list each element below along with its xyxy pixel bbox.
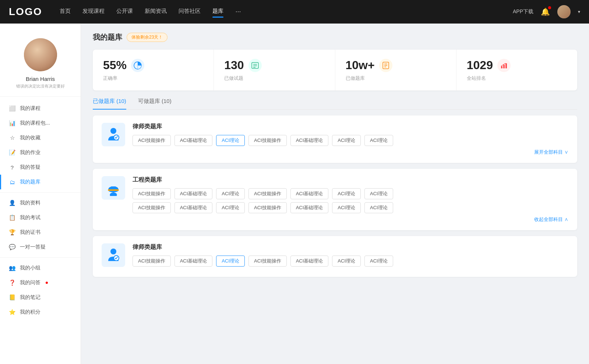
my-exams-icon: 📋 [9,214,15,221]
tag-lawyer-1-2[interactable]: ACI理论 [216,135,245,146]
lawyer-icon-2 [105,247,121,263]
stat-accuracy-value: 55% [103,58,127,72]
nav-discover[interactable]: 发现课程 [82,8,105,16]
my-packages-icon: 📊 [9,120,15,126]
sidebar-label-one-on-one: 一对一答疑 [20,244,46,250]
avatar [24,38,57,71]
sidebar-item-my-profile[interactable]: 👤 我的资料 [0,196,81,210]
category-header-lawyer-1: 律师类题库 ACI技能操作 ACI基础理论 ACI理论 ACI技能操作 ACI基… [102,123,568,156]
tab-available[interactable]: 可做题库 (10) [138,98,172,109]
svg-rect-11 [505,63,507,68]
stat-site-rank-top: 1029 [467,58,567,72]
my-points-icon: ⭐ [9,309,15,315]
tag-lawyer-1-6[interactable]: ACI理论 [364,135,393,146]
tag-engineer-1-r2-5[interactable]: ACI理论 [332,202,361,213]
stat-done-questions-top: 130 [224,58,324,72]
nav-open-course[interactable]: 公开课 [116,8,133,16]
qa-dot [46,282,48,284]
tag-lawyer-1-0[interactable]: ACI技能操作 [133,135,171,146]
tag-lawyer-2-0[interactable]: ACI技能操作 [133,256,171,267]
page-title: 我的题库 [93,32,122,42]
tag-engineer-1-r1-4[interactable]: ACI基础理论 [290,188,329,199]
sidebar: Brian Harris 错误的决定比没有决定要好 ⬜ 我的课程 📊 我的课程包… [0,24,81,364]
tag-engineer-1-r2-1[interactable]: ACI基础理论 [174,202,213,213]
tag-engineer-1-r2-4[interactable]: ACI基础理论 [290,202,329,213]
nav-home[interactable]: 首页 [60,8,71,16]
sidebar-item-my-certificate[interactable]: 🏆 我的证书 [0,225,81,240]
tag-engineer-1-r1-5[interactable]: ACI理论 [332,188,361,199]
sidebar-label-my-points: 我的积分 [20,309,40,315]
sidebar-divider-1 [0,192,81,193]
profile-motto: 错误的决定比没有决定要好 [16,83,65,89]
tag-lawyer-2-1[interactable]: ACI基础理论 [174,256,213,267]
sidebar-menu: ⬜ 我的课程 📊 我的课程包... ☆ 我的收藏 📝 我的作业 ? 我的答疑 🗂 [0,97,81,324]
tag-lawyer-2-4[interactable]: ACI基础理论 [290,256,329,267]
svg-rect-9 [501,66,502,68]
tag-lawyer-2-3[interactable]: ACI技能操作 [248,256,287,267]
nav-question-bank[interactable]: 题库 [212,8,223,16]
sidebar-item-my-points[interactable]: ⭐ 我的积分 [0,305,81,320]
tag-lawyer-1-1[interactable]: ACI基础理论 [174,135,213,146]
category-card-lawyer-1: 律师类题库 ACI技能操作 ACI基础理论 ACI理论 ACI技能操作 ACI基… [93,115,577,163]
tag-lawyer-1-5[interactable]: ACI理论 [332,135,361,146]
sidebar-item-my-favorites[interactable]: ☆ 我的收藏 [0,131,81,145]
tag-engineer-1-r2-2[interactable]: ACI理论 [216,202,245,213]
tabs-row: 已做题库 (10) 可做题库 (10) [93,98,577,110]
tag-engineer-1-r2-3[interactable]: ACI技能操作 [248,202,287,213]
tag-engineer-1-r2-0[interactable]: ACI技能操作 [133,202,171,213]
tab-done[interactable]: 已做题库 (10) [93,98,126,109]
stat-accuracy-icon [131,59,144,72]
my-certificate-icon: 🏆 [9,229,15,236]
sidebar-item-my-questions[interactable]: ? 我的答疑 [0,160,81,175]
sidebar-item-my-homework[interactable]: 📝 我的作业 [0,145,81,160]
collapse-link-engineer-1[interactable]: 收起全部科目 ∧ [133,216,568,223]
tag-lawyer-2-2[interactable]: ACI理论 [216,256,245,267]
svg-point-12 [110,128,116,134]
sidebar-item-my-packages[interactable]: 📊 我的课程包... [0,116,81,131]
sidebar-item-my-group[interactable]: 👥 我的小组 [0,261,81,275]
nav-links: 首页 发现课程 公开课 新闻资讯 问答社区 题库 ··· [60,8,513,16]
tag-engineer-1-r2-6[interactable]: ACI理论 [364,202,393,213]
expand-link-lawyer-1[interactable]: 展开全部科目 ∨ [133,149,568,156]
nav-more[interactable]: ··· [235,8,241,16]
sidebar-item-my-courses[interactable]: ⬜ 我的课程 [0,101,81,116]
sidebar-item-my-exams[interactable]: 📋 我的考试 [0,210,81,225]
my-profile-icon: 👤 [9,200,15,206]
user-dropdown-icon[interactable]: ▾ [578,9,580,14]
svg-rect-16 [111,186,116,188]
tag-engineer-1-r1-1[interactable]: ACI基础理论 [174,188,213,199]
category-icon-wrap-lawyer-2 [102,243,125,267]
sidebar-item-my-qa[interactable]: ❓ 我的问答 [0,275,81,290]
avatar[interactable] [557,5,571,18]
sidebar-item-my-question-bank[interactable]: 🗂 我的题库 [0,175,81,189]
sidebar-label-my-questions: 我的答疑 [20,164,40,171]
tag-lawyer-2-5[interactable]: ACI理论 [332,256,361,267]
bar-chart-icon [500,61,508,70]
tag-engineer-1-r1-0[interactable]: ACI技能操作 [133,188,171,199]
notification-bell[interactable]: 🔔 [541,7,550,16]
stat-done-questions-value: 130 [224,58,244,72]
app-download-button[interactable]: APP下载 [513,8,533,15]
sidebar-item-one-on-one[interactable]: 💬 一对一答疑 [0,240,81,254]
tag-engineer-1-r1-3[interactable]: ACI技能操作 [248,188,287,199]
sidebar-label-my-exams: 我的考试 [20,214,40,221]
sidebar-item-my-notes[interactable]: 📒 我的笔记 [0,290,81,305]
category-header-engineer-1: 工程类题库 ACI技能操作 ACI基础理论 ACI理论 ACI技能操作 ACI基… [102,176,568,223]
svg-rect-10 [503,65,505,68]
avatar-image [24,38,57,71]
tag-engineer-1-r1-2[interactable]: ACI理论 [216,188,245,199]
stat-done-banks-value: 10w+ [346,58,375,72]
trial-badge: 体验剩余23天！ [127,33,167,42]
sidebar-label-my-profile: 我的资料 [20,200,40,206]
sidebar-label-my-favorites: 我的收藏 [20,135,40,141]
profile-name: Brian Harris [26,76,55,82]
tag-engineer-1-r1-6[interactable]: ACI理论 [364,188,393,199]
tag-lawyer-1-3[interactable]: ACI技能操作 [248,135,287,146]
my-favorites-icon: ☆ [9,135,15,141]
nav-qa[interactable]: 问答社区 [179,8,201,16]
stat-site-rank-value: 1029 [467,58,493,72]
nav-news[interactable]: 新闻资讯 [145,8,167,16]
sidebar-label-my-qa: 我的问答 [20,279,40,286]
tag-lawyer-2-6[interactable]: ACI理论 [364,256,393,267]
tag-lawyer-1-4[interactable]: ACI基础理论 [290,135,329,146]
